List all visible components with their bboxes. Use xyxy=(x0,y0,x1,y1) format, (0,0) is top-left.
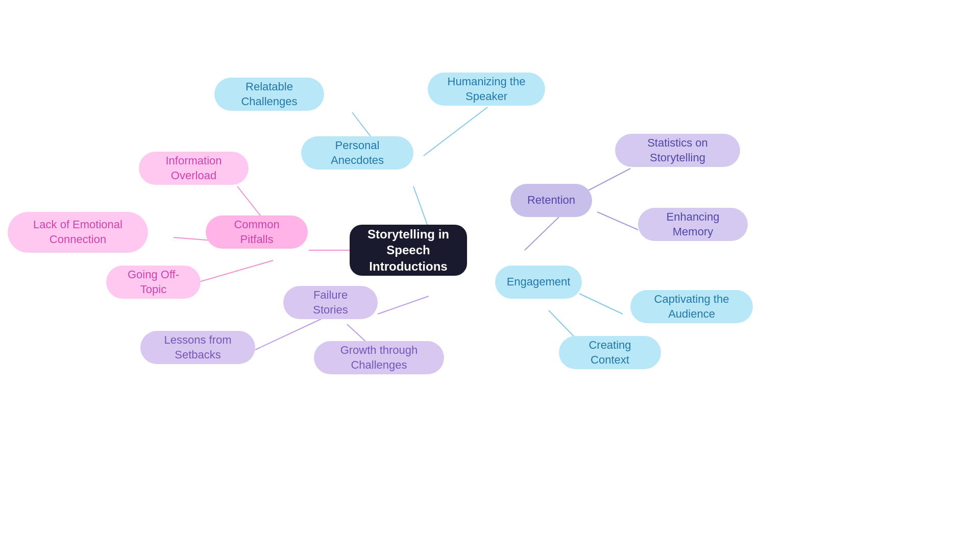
svg-line-10 xyxy=(525,217,559,250)
svg-line-14 xyxy=(579,294,623,314)
engagement-node: Engagement xyxy=(495,266,582,299)
statistics-node: Statistics on Storytelling xyxy=(615,134,740,167)
personal-anecdotes-node: Personal Anecdotes xyxy=(301,136,413,170)
relatable-challenges-node: Relatable Challenges xyxy=(214,78,324,111)
growth-challenges-node: Growth through Challenges xyxy=(314,341,444,374)
humanizing-speaker-node: Humanizing the Speaker xyxy=(428,73,545,106)
svg-line-12 xyxy=(597,212,638,230)
svg-line-7 xyxy=(378,296,429,314)
information-overload-node: Information Overload xyxy=(139,152,249,185)
enhancing-memory-node: Enhancing Memory xyxy=(638,208,748,241)
creating-context-node: Creating Context xyxy=(559,336,661,369)
failure-stories-node: Failure Stories xyxy=(283,286,378,319)
captivating-node: Captivating the Audience xyxy=(630,290,753,323)
svg-line-2 xyxy=(424,107,487,156)
lack-emotional-node: Lack of Emotional Connection xyxy=(8,212,148,253)
common-pitfalls-node: Common Pitfalls xyxy=(206,215,308,249)
svg-line-6 xyxy=(194,260,273,283)
center-node: Storytelling in Speech Introductions xyxy=(350,225,467,276)
lessons-setbacks-node: Lessons from Setbacks xyxy=(140,331,255,364)
retention-node: Retention xyxy=(510,184,592,217)
going-off-topic-node: Going Off-Topic xyxy=(106,266,201,299)
